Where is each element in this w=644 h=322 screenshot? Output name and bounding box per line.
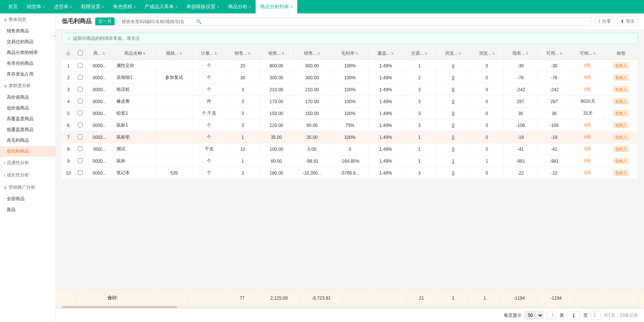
nav-close-templates[interactable]: × xyxy=(217,5,219,9)
row-view1[interactable]: 0 xyxy=(436,72,470,84)
search-input[interactable] xyxy=(122,19,196,24)
row-view2: 0 xyxy=(470,72,504,84)
row-available-stock: -76 xyxy=(537,72,571,84)
nav-close-permissions[interactable]: × xyxy=(102,5,104,9)
nav-close-analysis[interactable]: × xyxy=(249,5,251,9)
row-view1[interactable]: 0 xyxy=(436,60,470,72)
nav-close-purchase[interactable]: × xyxy=(70,5,72,9)
select-all-checkbox[interactable] xyxy=(78,51,83,55)
sidebar-item-category-rate[interactable]: 商品分类助销率 xyxy=(0,47,55,58)
notice-text: 这部分商品的利润非常低，请关注 xyxy=(73,35,140,42)
nav-item-products[interactable]: 产成品入库单 × xyxy=(140,0,182,13)
row-current-stock: -22 xyxy=(504,167,538,179)
col-settings[interactable]: ⚙ xyxy=(62,47,75,60)
nav-item-permissions[interactable]: 权限设置 × xyxy=(77,0,109,13)
row-checkbox[interactable] xyxy=(78,63,83,68)
prev-page-button[interactable]: 〈 xyxy=(547,311,557,320)
share-button[interactable]: ⤴ 分享 xyxy=(595,16,614,26)
col-available-stock: 可用...⇅ xyxy=(537,47,571,60)
row-name: 铅笔1 xyxy=(114,108,156,119)
nav-item-analysis[interactable]: 商品分析 × xyxy=(224,0,256,13)
row-no: 1 xyxy=(62,60,75,72)
row-checkbox[interactable] xyxy=(78,146,83,151)
row-code: 0000... xyxy=(85,84,114,96)
row-spec xyxy=(156,155,192,167)
row-view1[interactable]: 0 xyxy=(436,119,470,131)
row-code: 0000... xyxy=(85,155,114,167)
nav-item-analysis-list[interactable]: 商品分析列表 × xyxy=(256,0,297,13)
row-view1[interactable]: 0 xyxy=(436,131,470,143)
row-available-stock: -981 xyxy=(537,155,571,167)
sidebar-item-low-value[interactable]: 低价值商品 xyxy=(0,103,55,114)
row-checkbox[interactable] xyxy=(78,111,83,115)
sidebar-collapse-button[interactable]: « xyxy=(51,32,56,39)
next-page-button[interactable]: 〉 xyxy=(591,311,601,320)
row-checkbox[interactable] xyxy=(78,99,83,103)
row-view1[interactable]: 0 xyxy=(436,84,470,96)
row-no: 2 xyxy=(62,72,75,84)
sidebar-section-circulation[interactable]: › 流通性分析 xyxy=(0,157,55,169)
search-icon[interactable]: 🔍 xyxy=(196,19,202,24)
nav-item-home[interactable]: 首页 xyxy=(4,0,22,13)
row-view1[interactable]: 0 xyxy=(436,167,470,179)
row-no: 4 xyxy=(62,96,75,108)
date-filter-button[interactable]: 近一月 xyxy=(95,17,115,25)
row-margin: 100% xyxy=(331,60,369,72)
row-spec xyxy=(156,119,192,131)
nav-close-roles[interactable]: × xyxy=(134,5,136,9)
sidebar-item-all-goods[interactable]: 全部商品 xyxy=(0,194,55,204)
row-code: 0000... xyxy=(85,167,114,179)
row-checkbox[interactable] xyxy=(78,87,83,92)
col-transaction: 交易...⇅ xyxy=(403,47,436,60)
col-checkbox[interactable] xyxy=(75,47,85,60)
row-checkbox[interactable] xyxy=(78,134,83,139)
nav-item-sales[interactable]: 销货单 × xyxy=(22,0,49,13)
nav-item-purchase[interactable]: 进货单 × xyxy=(49,0,77,13)
row-sales-amount: 150.00 xyxy=(260,108,294,119)
row-sellable-days: 8610天 xyxy=(571,96,605,108)
row-name: 鼠标1 xyxy=(114,119,156,131)
row-coverage: 1.49% xyxy=(369,167,403,179)
row-checkbox[interactable] xyxy=(78,170,83,175)
row-sales-amount: 120.00 xyxy=(260,119,294,131)
table-container[interactable]: ⚙ 商...⇅ 商品名称⇅ 规格...⇅ 计量...⇅ 销售...⇅ 销售...… xyxy=(56,47,644,290)
row-view1[interactable]: 0 xyxy=(436,108,470,119)
nav-item-templates[interactable]: 单据模板设置 × xyxy=(182,0,224,13)
sidebar-section-growth[interactable]: › 成长性分析 xyxy=(0,169,55,181)
row-view1[interactable]: 0 xyxy=(436,143,470,155)
sidebar-item-low-margin[interactable]: 低毛利商品 xyxy=(0,146,55,157)
sidebar-item-high-coverage[interactable]: 高覆盖度商品 xyxy=(0,114,55,124)
row-tag: 低收入 xyxy=(605,167,638,179)
sidebar-section-cluster[interactable]: ∨ 类群度分析 xyxy=(0,80,55,92)
table-row: 9 0000... 鼠标 个 1 60.00 -98.91 -164.85% 1… xyxy=(62,155,638,167)
row-view1[interactable]: 1 xyxy=(436,155,470,167)
nav-item-roles[interactable]: 角色授权 × xyxy=(109,0,141,13)
row-sellable-days: 0天 xyxy=(571,119,605,131)
sidebar-item-sales-goods[interactable]: 销售类商品 xyxy=(0,26,55,36)
sidebar-section-marketing[interactable]: ∨ 营销推广分析 xyxy=(0,181,55,194)
settings-icon[interactable]: ⚙ xyxy=(66,51,71,57)
sidebar-section-overall[interactable]: ∨ 整体信息 xyxy=(0,13,55,26)
nav-close-sales[interactable]: × xyxy=(43,5,45,9)
sidebar-item-stocked-goods[interactable]: 有库存的商品 xyxy=(0,58,55,69)
page-number-input[interactable] xyxy=(567,312,580,319)
row-checkbox[interactable] xyxy=(78,75,83,80)
sidebar-item-traded-goods[interactable]: 交易过的商品 xyxy=(0,36,55,47)
row-unit: 个 xyxy=(192,155,226,167)
sidebar-item-high-margin[interactable]: 高毛利商品 xyxy=(0,135,55,146)
sidebar-item-new-goods[interactable]: 新品 xyxy=(0,204,55,215)
row-checkbox[interactable] xyxy=(78,122,83,127)
row-coverage: 1.49% xyxy=(369,96,403,108)
row-coverage: 1.49% xyxy=(369,60,403,72)
export-button[interactable]: ⬆ 导出 xyxy=(617,16,638,26)
content-area: 低毛利商品 近一月 🔍 ⤴ 分享 ⬆ 导出 ☆ 这部分商品的利润非常低，请关注 xyxy=(56,13,644,322)
page-size-select[interactable]: 50 100 200 xyxy=(525,311,544,319)
row-view1[interactable]: 0 xyxy=(436,96,470,108)
col-sales-profit: 销售...⇅ xyxy=(293,47,331,60)
nav-close-analysis-list[interactable]: × xyxy=(291,5,293,9)
row-checkbox[interactable] xyxy=(78,158,83,163)
sidebar-item-low-coverage[interactable]: 低覆盖度商品 xyxy=(0,124,55,135)
sidebar-item-stock-capital[interactable]: 库存资金占用 xyxy=(0,69,55,80)
sidebar-item-high-value[interactable]: 高价值商品 xyxy=(0,92,55,103)
nav-close-products[interactable]: × xyxy=(175,5,177,9)
